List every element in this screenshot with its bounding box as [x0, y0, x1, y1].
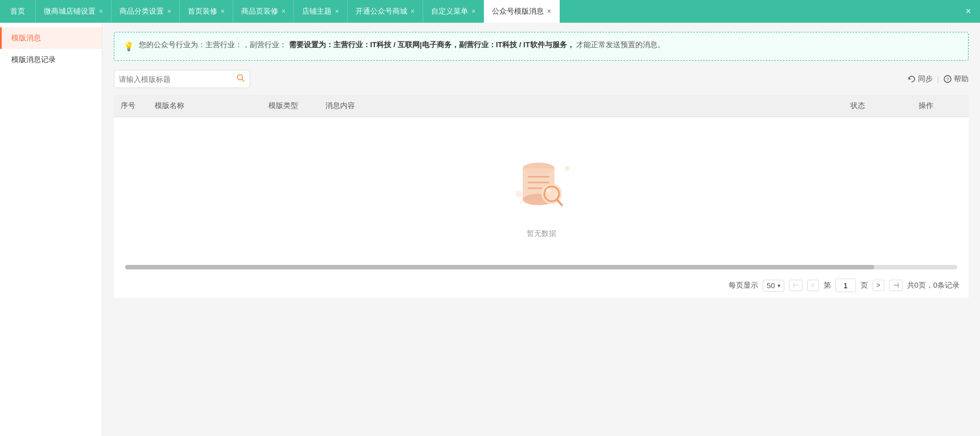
close-icon[interactable]: × [167, 7, 171, 15]
col-header-action: 操作 [912, 95, 969, 117]
notice-icon: 💡 [123, 40, 134, 53]
notice-highlight: 需要设置为：主营行业：IT科技 / 互联网|电子商务，副营行业：IT科技 / I… [289, 40, 574, 49]
nav-tab-product-page-label: 商品页装修 [241, 6, 278, 16]
col-header-name: 模版名称 [148, 95, 262, 117]
close-icon[interactable]: × [99, 7, 103, 15]
pagination: 每页显示 50 ▾ ⊢ < 第 页 > ⊣ 共0页，0条记录 [114, 273, 969, 298]
col-header-status: 状态 [843, 95, 912, 117]
notice-prefix: 您的公众号行业为：主营行业：，副营行业： [139, 40, 287, 49]
sidebar-item-template-msg-label: 模版消息 [11, 34, 41, 42]
sync-icon [908, 75, 916, 83]
sidebar-item-template-msg-log[interactable]: 模版消息记录 [0, 49, 102, 70]
sidebar-item-template-msg-log-label: 模版消息记录 [11, 55, 56, 64]
sync-button[interactable]: 同步 [908, 74, 933, 84]
data-table: 序号 模版名称 模版类型 消息内容 状态 [114, 95, 969, 261]
page-size-value: 50 [767, 281, 775, 290]
nav-tab-homepage[interactable]: 首页装修 × [180, 0, 233, 23]
nav-tab-mall[interactable]: 开通公众号商城 × [348, 0, 423, 23]
nav-tab-template-msg[interactable]: 公众号模版消息 × [484, 0, 560, 23]
nav-tab-shop-settings-label: 微商城店铺设置 [44, 6, 96, 16]
nav-tab-product-page[interactable]: 商品页装修 × [233, 0, 294, 23]
page-prefix: 第 [824, 280, 831, 290]
scrollbar-area [114, 261, 969, 273]
nav-tab-homepage-label: 首页装修 [188, 6, 217, 16]
help-icon: ? [944, 75, 952, 83]
first-page-button[interactable]: ⊢ [789, 280, 803, 291]
search-button[interactable] [237, 74, 245, 84]
svg-line-1 [242, 80, 245, 82]
notice-box: 💡 您的公众号行业为：主营行业：，副营行业： 需要设置为：主营行业：IT科技 /… [114, 32, 969, 61]
search-icon [237, 74, 245, 82]
nav-tab-category[interactable]: 商品分类设置 × [111, 0, 180, 23]
total-info: 共0页，0条记录 [907, 280, 960, 290]
svg-point-14 [565, 166, 569, 171]
svg-point-15 [515, 190, 522, 197]
prev-page-button[interactable]: < [807, 280, 819, 291]
table-container: 序号 模版名称 模版类型 消息内容 状态 [114, 95, 969, 298]
col-header-content: 消息内容 [319, 95, 843, 117]
global-close-button[interactable]: × [957, 6, 980, 16]
next-page-button[interactable]: > [873, 280, 884, 291]
sidebar: 模版消息 模版消息记录 [0, 23, 102, 436]
nav-tab-custom-menu-label: 自定义菜单 [431, 6, 468, 16]
empty-state: 暂无数据 [114, 117, 969, 261]
search-input-wrap[interactable] [114, 70, 250, 88]
close-icon[interactable]: × [411, 7, 415, 15]
nav-tab-home[interactable]: 首页 [0, 0, 36, 23]
content-area: 💡 您的公众号行业为：主营行业：，副营行业： 需要设置为：主营行业：IT科技 /… [102, 23, 980, 436]
help-button[interactable]: ? 帮助 [944, 74, 969, 84]
search-row: 同步 | ? 帮助 [114, 70, 969, 88]
nav-tab-custom-menu[interactable]: 自定义菜单 × [423, 0, 484, 23]
page-number-input[interactable] [836, 279, 856, 292]
empty-text: 暂无数据 [527, 229, 556, 239]
scroll-thumb[interactable] [125, 265, 874, 269]
close-icon[interactable]: × [221, 7, 225, 15]
close-icon[interactable]: × [472, 7, 475, 15]
nav-tab-template-msg-label: 公众号模版消息 [492, 6, 544, 16]
sidebar-item-template-msg[interactable]: 模版消息 [0, 27, 102, 49]
col-header-seq: 序号 [114, 95, 148, 117]
nav-tab-theme[interactable]: 店铺主题 × [294, 0, 348, 23]
svg-point-16 [520, 201, 523, 204]
empty-row: 暂无数据 [114, 117, 969, 262]
page-size-label: 每页显示 [729, 280, 758, 290]
page-suffix: 页 [861, 280, 868, 290]
nav-tab-theme-label: 店铺主题 [302, 6, 332, 16]
toolbar-divider: | [937, 75, 939, 84]
help-label: 帮助 [954, 74, 969, 84]
close-icon[interactable]: × [282, 7, 286, 15]
top-nav: 首页 微商城店铺设置 × 商品分类设置 × 首页装修 × 商品页装修 × 店铺主… [0, 0, 980, 23]
col-header-type: 模版类型 [262, 95, 319, 117]
nav-tab-home-label: 首页 [10, 6, 25, 16]
svg-point-13 [546, 188, 551, 193]
scroll-track[interactable] [125, 265, 957, 269]
search-input[interactable] [119, 75, 237, 84]
close-icon[interactable]: × [547, 7, 551, 15]
chevron-down-icon: ▾ [778, 283, 780, 289]
nav-tab-mall-label: 开通公众号商城 [355, 6, 407, 16]
table-header-row: 序号 模版名称 模版类型 消息内容 状态 [114, 95, 969, 117]
notice-text: 您的公众号行业为：主营行业：，副营行业： 需要设置为：主营行业：IT科技 / 互… [139, 39, 665, 51]
notice-suffix: 才能正常发送预置的消息。 [576, 40, 665, 49]
nav-tab-shop-settings[interactable]: 微商城店铺设置 × [36, 0, 111, 23]
svg-text:?: ? [946, 77, 949, 82]
nav-tab-category-label: 商品分类设置 [119, 6, 164, 16]
empty-illustration [507, 151, 576, 219]
page-size-select[interactable]: 50 ▾ [763, 280, 784, 292]
main-layout: 模版消息 模版消息记录 💡 您的公众号行业为：主营行业：，副营行业： 需要设置为… [0, 23, 980, 436]
close-icon[interactable]: × [335, 7, 339, 15]
sync-label: 同步 [918, 74, 933, 84]
toolbar-right: 同步 | ? 帮助 [908, 74, 969, 84]
last-page-button[interactable]: ⊣ [889, 280, 903, 291]
